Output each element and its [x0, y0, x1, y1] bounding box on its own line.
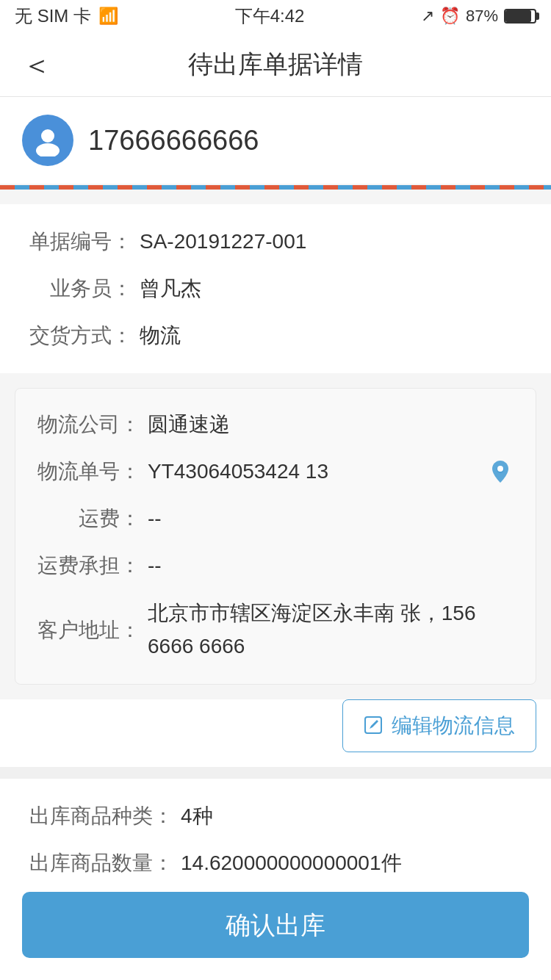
- freight-bearer-value: --: [148, 550, 514, 581]
- logistics-company-label: 物流公司：: [37, 409, 140, 440]
- svg-point-3: [497, 466, 503, 472]
- edit-logistics-button[interactable]: 编辑物流信息: [342, 699, 536, 752]
- tracking-no-label: 物流单号：: [37, 456, 140, 487]
- carrier-text: 无 SIM 卡: [15, 4, 91, 28]
- svg-point-0: [41, 129, 54, 143]
- tracking-no-row: 物流单号： YT43064053424 13: [37, 456, 514, 487]
- freight-row: 运费： --: [37, 503, 514, 534]
- goods-quantity-value: 14.620000000000001件: [181, 848, 522, 879]
- document-no-row: 单据编号： SA-20191227-001: [29, 226, 522, 257]
- customer-header: 17666666666: [0, 97, 551, 184]
- freight-value: --: [148, 503, 514, 534]
- delivery-method-value: 物流: [140, 320, 522, 351]
- location-status-icon: ↗: [421, 7, 434, 26]
- document-no-value: SA-20191227-001: [140, 226, 522, 257]
- goods-type-value: 4种: [181, 801, 522, 832]
- goods-type-label: 出库商品种类：: [29, 801, 173, 832]
- delivery-method-label: 交货方式：: [29, 320, 132, 351]
- battery-fill: [505, 10, 531, 22]
- logistics-card: 物流公司： 圆通速递 物流单号： YT43064053424 13 运费： --…: [15, 388, 536, 685]
- back-button[interactable]: ＜: [22, 50, 51, 79]
- avatar: [22, 115, 73, 166]
- freight-label: 运费：: [37, 503, 140, 534]
- edit-icon: [364, 716, 384, 736]
- goods-quantity-row: 出库商品数量： 14.620000000000001件: [29, 848, 522, 879]
- edit-logistics-label: 编辑物流信息: [392, 712, 515, 740]
- confirm-btn-wrap: 确认出库: [0, 877, 551, 980]
- customer-phone: 17666666666: [88, 125, 259, 156]
- confirm-outbound-button[interactable]: 确认出库: [22, 892, 529, 958]
- tracking-location-icon[interactable]: [487, 458, 514, 485]
- basic-info-section: 单据编号： SA-20191227-001 业务员： 曾凡杰 交货方式： 物流: [0, 204, 551, 373]
- battery-percent: 87%: [466, 7, 498, 26]
- freight-bearer-label: 运费承担：: [37, 550, 140, 581]
- status-time: 下午4:42: [235, 4, 305, 28]
- logistics-company-value: 圆通速递: [148, 409, 514, 440]
- salesman-row: 业务员： 曾凡杰: [29, 273, 522, 304]
- goods-type-row: 出库商品种类： 4种: [29, 801, 522, 832]
- avatar-icon: [32, 124, 64, 156]
- edit-btn-row: 编辑物流信息: [0, 699, 551, 767]
- goods-quantity-label: 出库商品数量：: [29, 848, 173, 879]
- status-right: ↗ ⏰ 87%: [421, 7, 536, 26]
- goods-section: 出库商品种类： 4种 出库商品数量： 14.620000000000001件: [0, 779, 551, 893]
- address-value: 北京市市辖区海淀区永丰南 张，156 6666 6666: [148, 597, 514, 663]
- freight-bearer-row: 运费承担： --: [37, 550, 514, 581]
- address-label: 客户地址：: [37, 615, 140, 646]
- delivery-method-row: 交货方式： 物流: [29, 320, 522, 351]
- salesman-label: 业务员：: [29, 273, 132, 304]
- address-row: 客户地址： 北京市市辖区海淀区永丰南 张，156 6666 6666: [37, 597, 514, 663]
- wifi-icon: 📶: [98, 7, 118, 26]
- svg-point-1: [36, 143, 60, 156]
- alarm-icon: ⏰: [440, 7, 460, 26]
- nav-bar: ＜ 待出库单据详情: [0, 32, 551, 97]
- section-separator-1: [0, 767, 551, 779]
- logistics-company-row: 物流公司： 圆通速递: [37, 409, 514, 440]
- document-no-label: 单据编号：: [29, 226, 132, 257]
- status-bar: 无 SIM 卡 📶 下午4:42 ↗ ⏰ 87%: [0, 0, 551, 32]
- salesman-value: 曾凡杰: [140, 273, 522, 304]
- page-title: 待出库单据详情: [188, 48, 363, 82]
- dashed-divider: [0, 185, 551, 190]
- status-left: 无 SIM 卡 📶: [15, 4, 118, 28]
- tracking-no-value: YT43064053424 13: [148, 456, 477, 487]
- battery-icon: [504, 9, 536, 24]
